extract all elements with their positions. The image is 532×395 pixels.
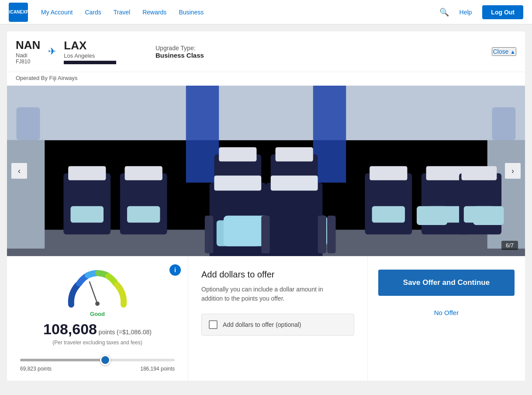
- flight-route: NAN Nadi FJ810 ✈ LAX Los Angeles: [16, 38, 138, 65]
- cabin-image: [7, 86, 525, 256]
- points-note: (Per traveler excluding taxes and fees): [52, 340, 142, 346]
- slider-thumb[interactable]: [100, 355, 111, 365]
- svg-rect-44: [318, 215, 326, 253]
- slider-min: 69,823 points: [20, 366, 52, 372]
- nav-my-account[interactable]: My Account: [41, 9, 73, 16]
- svg-rect-42: [205, 215, 213, 253]
- points-display: 108,608 points (=$1,086.08): [43, 321, 152, 338]
- slider-range: 69,823 points 186,194 points: [20, 366, 175, 372]
- destination-info: LAX Los Angeles: [64, 39, 116, 64]
- navigation: AMERICAN EXPRESS My Account Cards Travel…: [0, 0, 532, 24]
- svg-rect-31: [372, 206, 405, 223]
- nav-travel[interactable]: Travel: [114, 9, 130, 16]
- offer-title: Add dollars to offer: [201, 270, 354, 280]
- svg-rect-40: [266, 183, 322, 256]
- slider-section: 69,823 points 186,194 points: [16, 354, 179, 372]
- nav-right: 🔍 Help Log Out: [439, 5, 523, 19]
- svg-rect-16: [125, 166, 162, 180]
- offer-description: Optionally you can include a dollar amou…: [201, 285, 354, 303]
- flight-card: NAN Nadi FJ810 ✈ LAX Los Angeles Upgrade…: [7, 31, 525, 381]
- gauge-label: Good: [90, 311, 105, 317]
- flight-header: NAN Nadi FJ810 ✈ LAX Los Angeles Upgrade…: [7, 31, 525, 72]
- svg-rect-41: [271, 176, 318, 191]
- origin-code: NAN: [16, 38, 40, 52]
- origin-info: NAN Nadi FJ810: [16, 38, 40, 65]
- svg-rect-13: [68, 166, 106, 180]
- svg-rect-38: [473, 206, 504, 225]
- save-offer-button[interactable]: Save Offer and Continue: [378, 270, 515, 296]
- nav-business[interactable]: Business: [179, 9, 204, 16]
- gauge-container: Good 108,608 points (=$1,086.08) (Per tr…: [16, 265, 179, 372]
- logout-button[interactable]: Log Out: [482, 5, 523, 19]
- search-icon[interactable]: 🔍: [439, 7, 449, 17]
- svg-rect-22: [276, 147, 313, 161]
- svg-rect-43: [261, 215, 269, 253]
- svg-rect-10: [186, 86, 219, 183]
- nav-links: My Account Cards Travel Rewards Business: [41, 9, 439, 16]
- svg-rect-45: [327, 215, 335, 253]
- destination-code: LAX: [64, 39, 116, 52]
- svg-rect-35: [459, 173, 501, 234]
- carousel-next-button[interactable]: ›: [505, 163, 521, 179]
- svg-rect-4: [492, 107, 516, 140]
- main-content: NAN Nadi FJ810 ✈ LAX Los Angeles Upgrade…: [0, 24, 532, 388]
- gauge-section: i: [7, 256, 188, 381]
- destination-city: Los Angeles: [64, 52, 116, 59]
- chevron-up-icon: ▲: [510, 49, 515, 55]
- nav-help-link[interactable]: Help: [459, 9, 472, 16]
- info-icon[interactable]: i: [169, 264, 181, 276]
- slider-fill: [20, 359, 105, 361]
- add-dollars-checkbox-row[interactable]: Add dollars to offer (optional): [201, 314, 354, 336]
- svg-rect-14: [71, 206, 104, 223]
- svg-rect-1: [17, 107, 40, 140]
- bottom-section: i: [7, 256, 525, 381]
- action-section: Save Offer and Continue No Offer: [368, 256, 525, 381]
- operated-by: Operated By Fiji Airways: [7, 72, 525, 86]
- carousel-prev-button[interactable]: ‹: [11, 163, 27, 179]
- svg-rect-15: [120, 173, 167, 234]
- gauge-chart: [62, 270, 132, 309]
- upgrade-type: Upgrade Type: Business Class: [155, 45, 204, 59]
- svg-rect-33: [426, 166, 464, 180]
- close-button[interactable]: Close ▲: [492, 47, 516, 56]
- svg-rect-11: [313, 86, 346, 183]
- svg-rect-12: [63, 173, 111, 234]
- add-dollars-label: Add dollars to offer (optional): [223, 321, 301, 328]
- svg-rect-19: [219, 147, 256, 161]
- svg-rect-17: [127, 206, 160, 223]
- amex-logo: AMERICAN EXPRESS: [9, 3, 28, 22]
- cabin-svg: [7, 86, 525, 256]
- origin-city: Nadi: [16, 52, 40, 59]
- plane-icon: ✈: [48, 46, 56, 57]
- svg-line-46: [90, 282, 97, 304]
- nav-cards[interactable]: Cards: [85, 9, 101, 16]
- carousel-counter: 6/7: [501, 241, 518, 250]
- svg-rect-25: [214, 176, 261, 191]
- svg-rect-29: [365, 173, 412, 234]
- svg-rect-0: [7, 86, 525, 140]
- flight-bar: [64, 61, 116, 64]
- slider-max: 186,194 points: [140, 366, 175, 372]
- no-offer-button[interactable]: No Offer: [434, 309, 459, 316]
- offer-section: Add dollars to offer Optionally you can …: [188, 256, 368, 381]
- svg-rect-36: [461, 166, 497, 180]
- nav-rewards[interactable]: Rewards: [142, 9, 166, 16]
- svg-rect-30: [370, 166, 407, 180]
- add-dollars-checkbox[interactable]: [209, 320, 218, 329]
- points-value: 108,608 points (=$1,086.08): [43, 321, 152, 337]
- slider-track: [20, 359, 175, 361]
- flight-number: FJ810: [16, 59, 40, 65]
- svg-rect-8: [7, 140, 45, 249]
- svg-rect-39: [417, 206, 447, 225]
- svg-point-47: [95, 301, 100, 306]
- image-carousel: ‹ › 6/7: [7, 86, 525, 256]
